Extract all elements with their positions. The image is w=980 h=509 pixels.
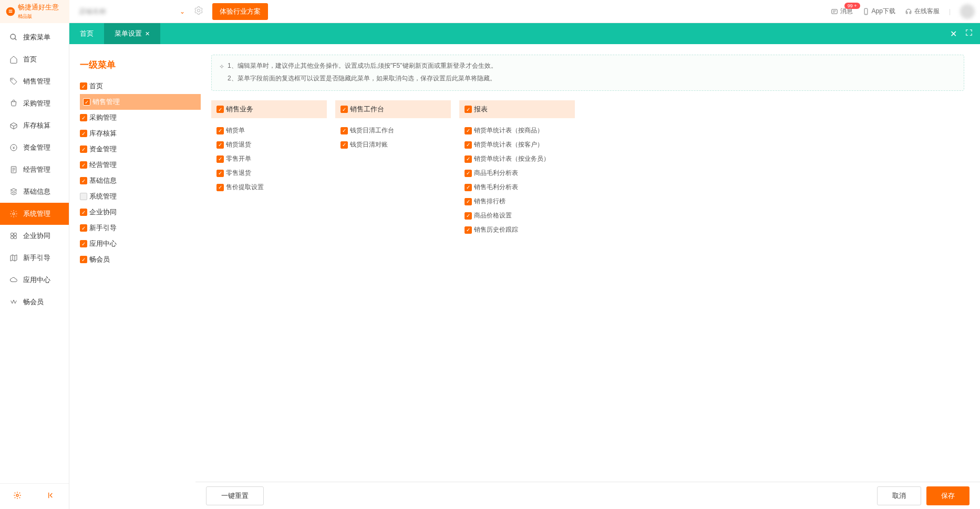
checkbox-icon[interactable]: ✓ <box>80 209 87 216</box>
menu-item-11[interactable]: ✓畅会员 <box>80 252 195 267</box>
sidebar-item-1[interactable]: 首页 <box>0 48 69 70</box>
sub-item-1-1[interactable]: ✓钱货日清对账 <box>341 138 446 152</box>
checkbox-icon[interactable]: ✓ <box>465 155 472 163</box>
checkbox-icon[interactable]: ✓ <box>216 184 224 191</box>
cancel-button[interactable]: 取消 <box>877 486 921 505</box>
sidebar-item-7[interactable]: 基础信息 <box>0 181 69 203</box>
checkbox-icon[interactable] <box>80 193 87 200</box>
tab-0[interactable]: 首页 <box>69 23 104 44</box>
experience-button[interactable]: 体验行业方案 <box>212 3 268 20</box>
notice-line-1: ✧ 1、编辑菜单时，建议停止其他业务操作。设置成功后,须按"F5"键刷新页面或重… <box>219 60 956 73</box>
chevron-down-icon[interactable]: ⌄ <box>180 8 185 15</box>
checkbox-icon[interactable]: ✓ <box>465 184 472 191</box>
online-service-button[interactable]: 在线客服 <box>905 7 940 16</box>
tab-close-all-icon[interactable]: ✕ <box>948 27 959 41</box>
sub-item-2-6[interactable]: ✓商品价格设置 <box>465 209 570 223</box>
notice-box: ✧ 1、编辑菜单时，建议停止其他业务操作。设置成功后,须按"F5"键刷新页面或重… <box>211 55 964 91</box>
sub-item-2-0[interactable]: ✓销货单统计表（按商品） <box>465 123 570 138</box>
sub-item-0-3[interactable]: ✓零售退货 <box>216 166 322 180</box>
menu-item-10[interactable]: ✓应用中心 <box>80 236 195 252</box>
checkbox-icon[interactable]: ✓ <box>80 224 87 232</box>
sub-item-2-1[interactable]: ✓销货单统计表（按客户） <box>465 138 570 152</box>
stack-icon <box>9 188 18 196</box>
sidebar-item-12[interactable]: 畅会员 <box>0 291 69 313</box>
sidebar-item-3[interactable]: 采购管理 <box>0 92 69 115</box>
svg-point-9 <box>13 213 15 215</box>
checkbox-icon[interactable]: ✓ <box>465 170 472 177</box>
content-area: 一级菜单 ✓首页✓销售管理✓采购管理✓库存核算✓资金管理✓经营管理✓基础信息系统… <box>69 44 980 509</box>
fullscreen-icon[interactable] <box>963 27 975 40</box>
menu-item-3[interactable]: ✓库存核算 <box>80 126 195 141</box>
checkbox-icon[interactable]: ✓ <box>216 141 224 149</box>
tab-1[interactable]: 菜单设置✕ <box>104 23 160 44</box>
sub-item-0-2[interactable]: ✓零售开单 <box>216 152 322 166</box>
checkbox-icon[interactable]: ✓ <box>80 82 87 90</box>
checkbox-icon[interactable]: ✓ <box>80 130 87 137</box>
menu-item-1[interactable]: ✓销售管理 <box>80 94 201 110</box>
checkbox-icon[interactable]: ✓ <box>341 127 348 134</box>
menu-item-4[interactable]: ✓资金管理 <box>80 141 195 157</box>
tab-close-icon[interactable]: ✕ <box>145 30 150 37</box>
menu-item-5[interactable]: ✓经营管理 <box>80 157 195 173</box>
sidebar-item-6[interactable]: 经营管理 <box>0 159 69 181</box>
tabs-right-controls: ✕ <box>948 27 980 41</box>
sidebar-item-8[interactable]: 系统管理 <box>0 203 69 225</box>
sidebar-item-10[interactable]: 新手引导 <box>0 247 69 269</box>
checkbox-icon[interactable]: ✓ <box>80 146 87 153</box>
menu-item-6[interactable]: ✓基础信息 <box>80 173 195 189</box>
checkbox-icon[interactable]: ✓ <box>83 98 90 106</box>
sub-item-2-5[interactable]: ✓销售排行榜 <box>465 194 570 209</box>
reset-button[interactable]: 一键重置 <box>206 486 264 505</box>
sidebar-item-11[interactable]: 应用中心 <box>0 269 69 291</box>
sidebar-settings-icon[interactable] <box>13 491 22 502</box>
sub-item-2-2[interactable]: ✓销货单统计表（按业务员） <box>465 152 570 166</box>
checkbox-icon[interactable]: ✓ <box>465 198 472 205</box>
menu-item-0[interactable]: ✓首页 <box>80 78 195 94</box>
section-header-2[interactable]: ✓报表 <box>459 100 575 118</box>
svg-point-5 <box>12 79 13 80</box>
sub-item-1-0[interactable]: ✓钱货日清工作台 <box>341 123 446 138</box>
checkbox-icon[interactable]: ✓ <box>216 106 224 113</box>
save-button[interactable]: 保存 <box>926 486 969 505</box>
sidebar-collapse-icon[interactable] <box>47 491 56 502</box>
menu-item-2[interactable]: ✓采购管理 <box>80 110 195 126</box>
section-0: ✓销售业务 ✓销货单✓销货退货✓零售开单✓零售退货✓售价提取设置 <box>211 100 327 202</box>
checkbox-icon[interactable]: ✓ <box>216 127 224 134</box>
menu-item-9[interactable]: ✓新手引导 <box>80 220 195 236</box>
settings-icon[interactable] <box>194 6 203 17</box>
sub-item-2-4[interactable]: ✓销售毛利分析表 <box>465 180 570 194</box>
checkbox-icon[interactable]: ✓ <box>216 170 224 177</box>
user-avatar[interactable] <box>960 4 975 19</box>
message-button[interactable]: 消息 99 + <box>831 7 853 16</box>
menu-item-8[interactable]: ✓企业协同 <box>80 204 195 220</box>
sub-item-0-0[interactable]: ✓销货单 <box>216 123 322 138</box>
app-download-button[interactable]: App下载 <box>862 7 895 16</box>
checkbox-icon[interactable]: ✓ <box>216 155 224 163</box>
store-selector[interactable]: 店铺名称 <box>79 7 106 16</box>
sub-item-0-1[interactable]: ✓销货退货 <box>216 138 322 152</box>
section-header-1[interactable]: ✓销售工作台 <box>335 100 451 118</box>
checkbox-icon[interactable]: ✓ <box>80 114 87 121</box>
section-header-0[interactable]: ✓销售业务 <box>211 100 327 118</box>
sidebar-item-2[interactable]: 销售管理 <box>0 70 69 92</box>
checkbox-icon[interactable]: ✓ <box>80 240 87 247</box>
checkbox-icon[interactable]: ✓ <box>341 141 348 149</box>
sidebar-item-9[interactable]: 企业协同 <box>0 225 69 247</box>
menu-item-7[interactable]: 系统管理 <box>80 189 195 204</box>
checkbox-icon[interactable]: ✓ <box>341 106 348 113</box>
sidebar-item-5[interactable]: ¥资金管理 <box>0 137 69 159</box>
checkbox-icon[interactable]: ✓ <box>465 212 472 220</box>
checkbox-icon[interactable]: ✓ <box>80 256 87 263</box>
checkbox-icon[interactable]: ✓ <box>465 127 472 134</box>
checkbox-icon[interactable]: ✓ <box>80 177 87 184</box>
sidebar-item-0[interactable]: 搜索菜单 <box>0 26 69 48</box>
sidebar-item-4[interactable]: 库存核算 <box>0 115 69 137</box>
sub-item-2-7[interactable]: ✓销售历史价跟踪 <box>465 223 570 237</box>
checkbox-icon[interactable]: ✓ <box>465 141 472 149</box>
checkbox-icon[interactable]: ✓ <box>465 106 472 113</box>
sub-item-0-4[interactable]: ✓售价提取设置 <box>216 180 322 194</box>
checkbox-icon[interactable]: ✓ <box>465 226 472 234</box>
map-icon <box>9 254 18 262</box>
sub-item-2-3[interactable]: ✓商品毛利分析表 <box>465 166 570 180</box>
checkbox-icon[interactable]: ✓ <box>80 161 87 169</box>
